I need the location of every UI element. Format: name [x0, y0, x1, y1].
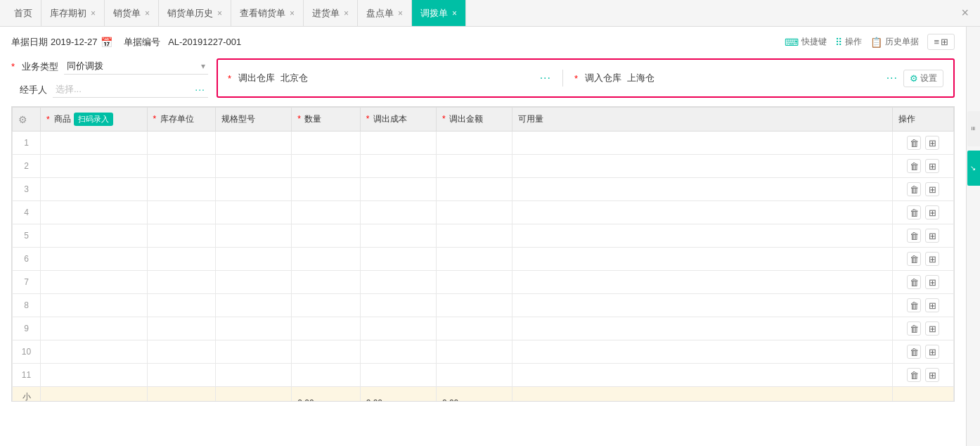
cell-product-10[interactable] [41, 340, 148, 364]
cell-available-3[interactable] [512, 178, 893, 201]
copy-icon-7[interactable]: ⊞ [925, 275, 939, 289]
cell-available-6[interactable] [512, 248, 893, 271]
cell-qty-5[interactable] [292, 224, 360, 248]
cell-cost-9[interactable] [360, 317, 436, 340]
doc-date-value[interactable]: 2019-12-27 [51, 37, 98, 47]
tab-sales-history[interactable]: 销货单历史 × [159, 0, 231, 26]
cell-qty-7[interactable] [292, 271, 360, 294]
cell-cost-7[interactable] [360, 271, 436, 294]
cell-available-11[interactable] [512, 364, 893, 387]
close-tab-sales-history[interactable]: × [217, 8, 222, 18]
cell-amount-8[interactable] [436, 294, 512, 317]
calendar-icon[interactable]: 📅 [101, 37, 112, 48]
cell-available-5[interactable] [512, 224, 893, 248]
cell-qty-2[interactable] [292, 155, 360, 178]
cell-product-11[interactable] [41, 364, 148, 387]
tab-transfer-order[interactable]: 调拨单 × [412, 0, 466, 26]
cell-amount-6[interactable] [436, 248, 512, 271]
copy-icon-8[interactable]: ⊞ [925, 298, 939, 312]
cell-available-8[interactable] [512, 294, 893, 317]
cell-qty-10[interactable] [292, 340, 360, 364]
cell-cost-10[interactable] [360, 340, 436, 364]
operator-more-icon[interactable]: ··· [195, 84, 205, 95]
delete-icon-9[interactable]: 🗑 [907, 321, 921, 336]
cell-product-1[interactable] [41, 132, 148, 155]
cell-unit-6[interactable] [147, 248, 215, 271]
cell-available-7[interactable] [512, 271, 893, 294]
business-type-value-box[interactable]: 同价调拨 ▾ [64, 58, 208, 75]
tab-sales-order[interactable]: 销货单 × [105, 0, 159, 26]
cell-amount-3[interactable] [436, 178, 512, 201]
cell-spec-10[interactable] [215, 340, 291, 364]
cell-qty-3[interactable] [292, 178, 360, 201]
cell-spec-6[interactable] [215, 248, 291, 271]
delete-icon-5[interactable]: 🗑 [907, 229, 921, 243]
cell-spec-1[interactable] [215, 132, 291, 155]
cell-unit-9[interactable] [147, 317, 215, 340]
cell-spec-3[interactable] [215, 178, 291, 201]
tab-inventory-check[interactable]: 盘点单 × [358, 0, 412, 26]
cell-amount-11[interactable] [436, 364, 512, 387]
cell-unit-3[interactable] [147, 178, 215, 201]
cell-available-2[interactable] [512, 155, 893, 178]
cell-unit-2[interactable] [147, 155, 215, 178]
scan-entry-button[interactable]: 扫码录入 [74, 113, 113, 126]
table-settings-icon[interactable]: ⚙ [18, 114, 27, 125]
cell-product-5[interactable] [41, 224, 148, 248]
cell-available-1[interactable] [512, 132, 893, 155]
cell-amount-7[interactable] [436, 271, 512, 294]
cell-product-7[interactable] [41, 271, 148, 294]
cell-product-8[interactable] [41, 294, 148, 317]
delete-icon-7[interactable]: 🗑 [907, 275, 921, 289]
cell-spec-2[interactable] [215, 155, 291, 178]
sidebar-list-icon[interactable]: ≡ [967, 111, 980, 146]
sidebar-expand-icon[interactable]: ↗ [967, 151, 980, 186]
cell-product-2[interactable] [41, 155, 148, 178]
cell-qty-1[interactable] [292, 132, 360, 155]
close-tab-inventory-init[interactable]: × [91, 8, 96, 18]
copy-icon-4[interactable]: ⊞ [925, 205, 939, 219]
cell-qty-8[interactable] [292, 294, 360, 317]
cell-amount-1[interactable] [436, 132, 512, 155]
cell-cost-2[interactable] [360, 155, 436, 178]
cell-unit-4[interactable] [147, 201, 215, 224]
cell-cost-6[interactable] [360, 248, 436, 271]
cell-unit-11[interactable] [147, 364, 215, 387]
cell-cost-5[interactable] [360, 224, 436, 248]
cell-amount-5[interactable] [436, 224, 512, 248]
delete-icon-3[interactable]: 🗑 [907, 182, 921, 196]
copy-icon-11[interactable]: ⊞ [925, 368, 939, 382]
delete-icon-11[interactable]: 🗑 [907, 368, 921, 382]
shortcuts-btn[interactable]: ⌨ 快捷键 [785, 36, 827, 48]
cell-product-3[interactable] [41, 178, 148, 201]
copy-icon-3[interactable]: ⊞ [925, 182, 939, 196]
close-tab-purchase-order[interactable]: × [344, 8, 349, 18]
history-btn[interactable]: 📋 历史单据 [870, 36, 919, 48]
cell-spec-9[interactable] [215, 317, 291, 340]
cell-cost-8[interactable] [360, 294, 436, 317]
cell-cost-3[interactable] [360, 178, 436, 201]
cell-cost-4[interactable] [360, 201, 436, 224]
cell-unit-1[interactable] [147, 132, 215, 155]
warehouse-out-more-icon[interactable]: ··· [540, 72, 551, 84]
operations-btn[interactable]: ⠿ 操作 [835, 36, 862, 48]
delete-icon-1[interactable]: 🗑 [907, 136, 921, 150]
tab-purchase-order[interactable]: 进货单 × [304, 0, 358, 26]
copy-icon-1[interactable]: ⊞ [925, 136, 939, 150]
delete-icon-2[interactable]: 🗑 [907, 159, 921, 173]
cell-amount-4[interactable] [436, 201, 512, 224]
copy-icon-10[interactable]: ⊞ [925, 345, 939, 359]
warehouse-in-more-icon[interactable]: ··· [886, 72, 898, 84]
delete-icon-8[interactable]: 🗑 [907, 298, 921, 312]
cell-amount-2[interactable] [436, 155, 512, 178]
cell-qty-11[interactable] [292, 364, 360, 387]
cell-product-4[interactable] [41, 201, 148, 224]
tab-view-sales[interactable]: 查看销货单 × [231, 0, 304, 26]
cell-available-9[interactable] [512, 317, 893, 340]
tab-home[interactable]: 首页 [6, 0, 41, 26]
cell-spec-8[interactable] [215, 294, 291, 317]
close-tab-sales-order[interactable]: × [145, 8, 150, 18]
cell-spec-4[interactable] [215, 201, 291, 224]
cell-amount-10[interactable] [436, 340, 512, 364]
close-all-tabs[interactable]: × [955, 6, 974, 20]
